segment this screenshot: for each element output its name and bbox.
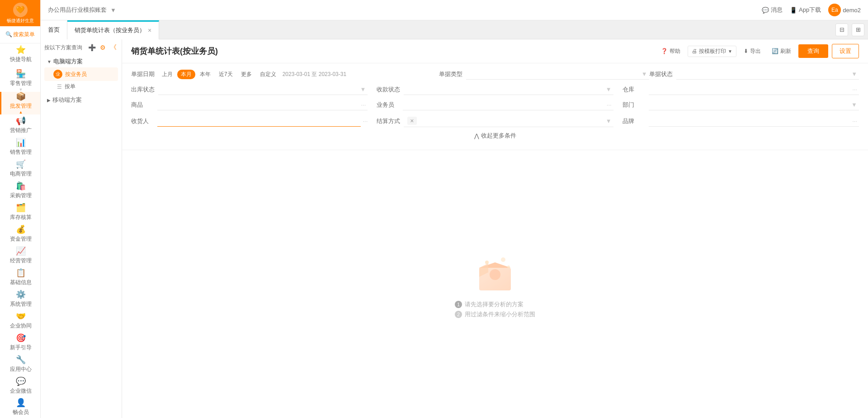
collapse-panel-button[interactable]: 《 xyxy=(109,43,118,52)
tab-close-button[interactable]: × xyxy=(148,27,151,34)
date-tab-this-month[interactable]: 本月 xyxy=(177,70,195,79)
newbie-icon: 🎯 xyxy=(16,333,26,343)
brand-label: 品牌 xyxy=(623,117,645,125)
finance-icon: 💰 xyxy=(16,224,26,234)
date-tabs: 上月 本月 本年 近7天 更多 自定义 2023-03-01 至 2023-03… xyxy=(158,70,346,79)
plan-item-salesman[interactable]: 业 按业务员 xyxy=(44,67,118,81)
sidebar-item-system[interactable]: ⚙️ 系统管理 xyxy=(0,288,41,309)
empty-hint-1: 请先选择要分析的方案 xyxy=(455,300,524,309)
wechat-icon: 💬 xyxy=(16,376,26,386)
sidebar-item-quick-nav[interactable]: ⭐ 快捷导航 xyxy=(0,43,41,65)
add-plan-button[interactable]: ➕ xyxy=(87,43,96,52)
sidebar-item-finance[interactable]: 💰 资金管理 xyxy=(0,223,41,245)
app-download-button[interactable]: 📱 App下载 xyxy=(790,6,821,14)
sidebar-item-member[interactable]: 👤 畅会员 xyxy=(0,396,41,418)
warehouse-input[interactable]: ··· xyxy=(649,84,859,95)
date-tab-custom[interactable]: 自定义 xyxy=(256,70,280,79)
avatar: Ea xyxy=(828,4,841,16)
sidebar-search-label: 搜索菜单 xyxy=(13,31,35,38)
print-button[interactable]: 🖨 按模板打印 ▼ xyxy=(688,46,736,57)
help-button[interactable]: ❓ 帮助 xyxy=(657,46,684,57)
sidebar-item-operations[interactable]: 📈 经营管理 xyxy=(0,244,41,266)
payment-tag: × xyxy=(407,117,416,125)
salesman-ellipsis: ··· xyxy=(607,101,612,108)
export-icon: ⬇ xyxy=(744,48,748,54)
receive-status-dropdown[interactable]: ▼ xyxy=(404,84,613,95)
sidebar-item-label-collab: 企业协同 xyxy=(10,322,32,330)
member-icon: 👤 xyxy=(16,398,26,408)
refresh-button[interactable]: 🔄 刷新 xyxy=(768,46,795,57)
message-button[interactable]: 💬 消息 xyxy=(762,6,783,14)
sidebar-item-ecom[interactable]: 🛒 电商管理 xyxy=(0,158,41,180)
sidebar-item-marketing[interactable]: 📢 营销推广 xyxy=(0,114,41,136)
retail-icon: 🏪 xyxy=(16,69,26,79)
sidebar-item-purchase[interactable]: 🛍️ 采购管理 xyxy=(0,180,41,201)
bill-status-dropdown[interactable]: ▼ xyxy=(676,69,859,80)
sidebar-item-collab[interactable]: 🤝 企业协同 xyxy=(0,309,41,331)
sidebar-item-retail[interactable]: 🏪 零售管理 ▼ xyxy=(0,69,41,92)
sidebar-item-label-ecom: 电商管理 xyxy=(10,170,32,178)
sidebar-item-wechat[interactable]: 💬 企业微信 xyxy=(0,375,41,396)
salesman-input[interactable]: ··· xyxy=(403,100,613,110)
mobile-plan-label: 移动端方案 xyxy=(52,96,82,104)
collapse-button[interactable]: ⋀ 收起更多条件 xyxy=(465,129,525,142)
tabbar-actions: ⊟ ⊞ xyxy=(835,24,868,36)
export-button[interactable]: ⬇ 导出 xyxy=(740,46,764,57)
goods-ellipsis: ··· xyxy=(361,101,366,108)
pc-plan-group-title[interactable]: ▼ 电脑端方案 xyxy=(44,56,118,67)
left-panel-header: 按以下方案查询 ➕ ⚙ 《 xyxy=(44,43,118,52)
settings-plan-button[interactable]: ⚙ xyxy=(98,43,107,52)
query-button[interactable]: 查询 xyxy=(798,44,828,58)
plan-item-salesman-label: 按业务员 xyxy=(65,71,87,78)
message-label: 消息 xyxy=(771,6,783,14)
department-dropdown[interactable]: ▼ xyxy=(649,100,859,110)
page-title: 销货单统计表(按业务员) xyxy=(131,46,218,57)
message-icon: 💬 xyxy=(762,7,769,14)
left-panel-title: 按以下方案查询 xyxy=(44,44,82,52)
collapse-icon: 《 xyxy=(110,43,117,52)
sidebar-logo[interactable]: 🧡 畅捷通好生意 xyxy=(0,0,41,26)
tab-restore-button[interactable]: ⊟ xyxy=(835,24,848,36)
payment-tag-close[interactable]: × xyxy=(410,117,414,124)
date-tab-this-year[interactable]: 本年 xyxy=(196,70,214,79)
sidebar-item-appcenter[interactable]: 🔧 应用中心 xyxy=(0,353,41,375)
sidebar-item-newbie[interactable]: 🎯 新手引导 xyxy=(0,331,41,353)
sidebar-item-label-marketing: 营销推广 xyxy=(10,127,32,134)
brand-input[interactable]: ··· xyxy=(649,116,859,127)
topbar-right: 💬 消息 📱 App下载 Ea demo2 xyxy=(762,4,861,16)
bill-status-chevron: ▼ xyxy=(851,71,857,77)
date-tab-last-month[interactable]: 上月 xyxy=(158,70,176,79)
date-tab-more[interactable]: 更多 xyxy=(237,70,255,79)
goods-input[interactable]: ··· xyxy=(157,100,368,110)
mobile-plan-group[interactable]: ▶ 移动端方案 xyxy=(44,94,118,106)
department-chevron: ▼ xyxy=(851,101,857,108)
filter-row-3: 商品 ··· 业务员 ··· 部门 xyxy=(131,100,859,110)
setting-button[interactable]: 设置 xyxy=(832,44,859,58)
receiver-label: 收货人 xyxy=(131,117,154,125)
triangle-icon: ▼ xyxy=(47,59,52,64)
sidebar-search[interactable]: 🔍 搜索菜单 xyxy=(0,26,41,43)
user-menu[interactable]: Ea demo2 xyxy=(828,4,861,16)
tab-sales-report[interactable]: 销货单统计表（按业务员） × xyxy=(67,20,159,39)
sidebar-item-sales[interactable]: 📊 销售管理 xyxy=(0,136,41,158)
date-tab-7days[interactable]: 近7天 xyxy=(215,70,236,79)
sidebar-item-inventory[interactable]: 🗂️ 库存核算 xyxy=(0,201,41,223)
marketing-icon: 📢 xyxy=(16,116,26,126)
chevron-icon-wholesale: ▲ xyxy=(19,110,23,114)
sidebar-item-basic-info[interactable]: 📋 基础信息 xyxy=(0,266,41,288)
receiver-input[interactable] xyxy=(157,116,361,127)
sidebar-item-wholesale[interactable]: 📦 批发管理 ▲ xyxy=(0,92,41,114)
payment-dropdown[interactable]: × ▼ xyxy=(404,115,613,127)
out-status-dropdown[interactable]: ▼ xyxy=(158,84,368,95)
bill-type-dropdown[interactable]: ▼ xyxy=(466,69,649,80)
inventory-icon: 🗂️ xyxy=(16,203,26,213)
refresh-icon: 🔄 xyxy=(772,48,778,54)
collapse-label: 收起更多条件 xyxy=(481,132,516,140)
tab-expand-button[interactable]: ⊞ xyxy=(852,24,864,36)
plan-item-bill[interactable]: ☰ 按单 xyxy=(44,81,118,92)
svg-point-6 xyxy=(507,266,510,268)
pc-plan-group: ▼ 电脑端方案 业 按业务员 ☰ 按单 xyxy=(44,56,118,92)
collapse-row: ⋀ 收起更多条件 xyxy=(131,127,859,144)
breadcrumb-dropdown-icon[interactable]: ▼ xyxy=(110,7,116,14)
tab-home[interactable]: 首页 xyxy=(41,20,67,39)
